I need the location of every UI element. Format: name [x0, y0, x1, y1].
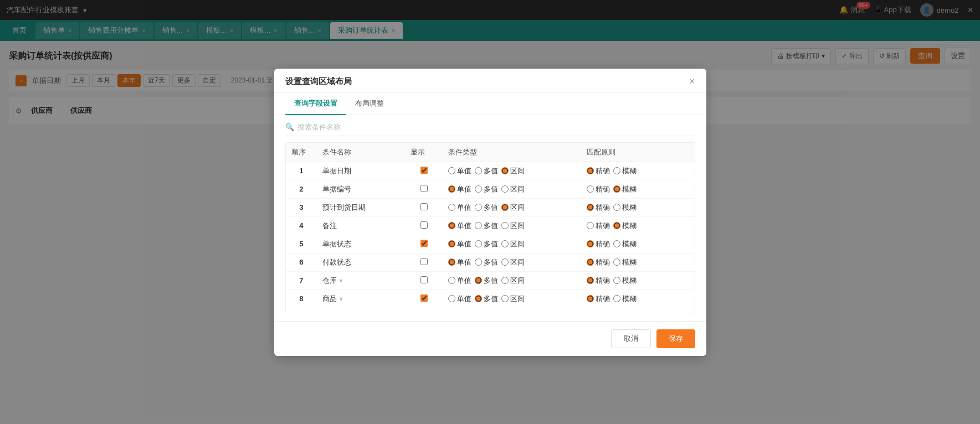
type-option-多值[interactable]: 多值 — [475, 221, 498, 231]
type-option-单值[interactable]: 单值 — [448, 221, 471, 231]
rule-radio-模糊[interactable] — [613, 258, 620, 266]
rule-option-精确[interactable]: 精确 — [587, 276, 610, 286]
type-radio-多值[interactable] — [475, 295, 482, 302]
type-radio-区间[interactable] — [501, 277, 509, 284]
type-radio-多值[interactable] — [475, 222, 482, 229]
type-option-区间[interactable]: 区间 — [501, 294, 525, 304]
type-radio-单值[interactable] — [448, 204, 455, 211]
type-option-多值[interactable]: 多值 — [475, 203, 498, 213]
type-radio-区间[interactable] — [501, 185, 509, 193]
type-option-单值[interactable]: 单值 — [448, 294, 471, 304]
rule-radio-精确[interactable] — [587, 222, 594, 229]
display-checkbox[interactable] — [420, 276, 428, 283]
type-option-多值[interactable]: 多值 — [475, 239, 498, 249]
rule-radio-精确[interactable] — [587, 258, 594, 266]
rule-option-模糊[interactable]: 模糊 — [613, 276, 637, 286]
display-checkbox-label[interactable] — [420, 222, 428, 230]
type-radio-多值[interactable] — [475, 258, 482, 266]
type-option-单值[interactable]: 单值 — [448, 239, 471, 249]
type-option-区间[interactable]: 区间 — [501, 257, 525, 267]
display-checkbox-label[interactable] — [420, 277, 428, 285]
type-radio-单值[interactable] — [448, 295, 455, 302]
type-radio-多值[interactable] — [475, 185, 482, 193]
type-radio-区间[interactable] — [501, 167, 509, 174]
save-btn[interactable]: 保存 — [656, 329, 695, 348]
type-option-多值[interactable]: 多值 — [475, 294, 498, 304]
type-option-区间[interactable]: 区间 — [501, 221, 525, 231]
display-checkbox-label[interactable] — [420, 167, 428, 175]
display-checkbox[interactable] — [420, 221, 428, 229]
cancel-btn[interactable]: 取消 — [611, 329, 651, 348]
rule-option-精确[interactable]: 精确 — [587, 203, 610, 213]
display-checkbox-label[interactable] — [420, 204, 428, 212]
rule-radio-精确[interactable] — [587, 295, 594, 302]
type-radio-区间[interactable] — [501, 295, 509, 302]
rule-option-模糊[interactable]: 模糊 — [613, 294, 637, 304]
type-option-单值[interactable]: 单值 — [448, 276, 471, 286]
display-checkbox-label[interactable] — [420, 258, 428, 267]
type-option-区间[interactable]: 区间 — [501, 184, 525, 194]
type-option-区间[interactable]: 区间 — [501, 166, 525, 176]
rule-option-模糊[interactable]: 模糊 — [613, 239, 637, 249]
type-option-单值[interactable]: 单值 — [448, 184, 471, 194]
type-radio-单值[interactable] — [448, 258, 455, 266]
rule-option-模糊[interactable]: 模糊 — [613, 312, 637, 313]
rule-option-精确[interactable]: 精确 — [587, 294, 610, 304]
display-checkbox[interactable] — [420, 258, 428, 265]
type-radio-区间[interactable] — [501, 258, 509, 266]
rule-radio-模糊[interactable] — [613, 204, 620, 211]
type-option-区间[interactable]: 区间 — [501, 276, 525, 286]
type-radio-多值[interactable] — [475, 167, 482, 174]
rule-radio-精确[interactable] — [587, 204, 594, 211]
type-radio-多值[interactable] — [475, 240, 482, 247]
type-option-区间[interactable]: 区间 — [501, 203, 525, 213]
rule-radio-精确[interactable] — [587, 240, 594, 247]
type-radio-区间[interactable] — [501, 240, 509, 247]
rule-radio-模糊[interactable] — [613, 277, 620, 284]
type-radio-单值[interactable] — [448, 277, 455, 284]
type-radio-单值[interactable] — [448, 222, 455, 229]
rule-radio-精确[interactable] — [587, 185, 594, 193]
type-radio-单值[interactable] — [448, 167, 455, 174]
rule-option-精确[interactable]: 精确 — [587, 166, 610, 176]
rule-option-精确[interactable]: 精确 — [587, 221, 610, 231]
display-checkbox-label[interactable] — [420, 185, 428, 194]
type-option-多值[interactable]: 多值 — [475, 257, 498, 267]
display-checkbox-label[interactable] — [420, 295, 428, 303]
type-radio-单值[interactable] — [448, 240, 455, 247]
type-option-多值[interactable]: 多值 — [475, 166, 498, 176]
modal-close-btn[interactable]: × — [689, 76, 695, 86]
type-option-区间[interactable]: 区间 — [501, 239, 525, 249]
type-radio-多值[interactable] — [475, 204, 482, 211]
display-checkbox[interactable] — [420, 167, 428, 174]
rule-radio-模糊[interactable] — [613, 185, 620, 193]
type-radio-区间[interactable] — [501, 222, 509, 229]
rule-radio-模糊[interactable] — [613, 240, 620, 247]
rule-radio-精确[interactable] — [587, 167, 594, 174]
display-checkbox[interactable] — [420, 185, 428, 192]
rule-option-模糊[interactable]: 模糊 — [613, 184, 637, 194]
type-option-单值[interactable]: 单值 — [448, 166, 471, 176]
display-checkbox[interactable] — [420, 240, 428, 247]
rule-radio-模糊[interactable] — [613, 295, 620, 302]
rule-option-精确[interactable]: 精确 — [587, 312, 610, 313]
rule-option-模糊[interactable]: 模糊 — [613, 221, 637, 231]
type-radio-单值[interactable] — [448, 185, 455, 193]
modal-tab-layout[interactable]: 布局调整 — [346, 93, 393, 115]
rule-option-精确[interactable]: 精确 — [587, 184, 610, 194]
type-option-单值[interactable]: 单值 — [448, 257, 471, 267]
rule-option-模糊[interactable]: 模糊 — [613, 257, 637, 267]
type-option-多值[interactable]: 多值 — [475, 312, 498, 313]
rule-option-精确[interactable]: 精确 — [587, 257, 610, 267]
type-option-单值[interactable]: 单值 — [448, 312, 471, 313]
rule-option-精确[interactable]: 精确 — [587, 239, 610, 249]
type-option-区间[interactable]: 区间 — [501, 312, 525, 313]
rule-option-模糊[interactable]: 模糊 — [613, 203, 637, 213]
type-radio-区间[interactable] — [501, 204, 509, 211]
type-option-多值[interactable]: 多值 — [475, 184, 498, 194]
rule-radio-模糊[interactable] — [613, 167, 620, 174]
display-checkbox[interactable] — [420, 203, 428, 210]
rule-radio-精确[interactable] — [587, 277, 594, 284]
rule-radio-模糊[interactable] — [613, 222, 620, 229]
display-checkbox[interactable] — [420, 313, 428, 313]
